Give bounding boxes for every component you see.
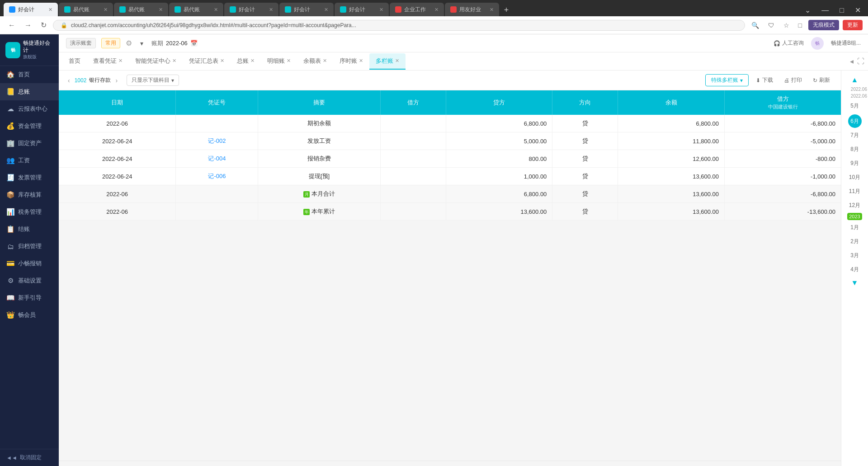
tab-close-icon[interactable]: ✕: [48, 7, 52, 13]
tab-close-icon[interactable]: ✕: [214, 7, 218, 13]
fixed-assets-icon: 🏢: [6, 139, 14, 147]
new-tab-button[interactable]: +: [500, 4, 513, 16]
voucher-link[interactable]: 记-002: [208, 137, 226, 144]
tab-close-icon[interactable]: ✕: [324, 7, 328, 13]
tab-general-ledger-close[interactable]: ✕: [250, 58, 255, 64]
tab-chronological[interactable]: 序时账 ✕: [333, 53, 369, 70]
tab-haokuaiji-2[interactable]: 好会计 ✕: [224, 3, 278, 16]
consult-button[interactable]: 🎧 人工咨询: [774, 39, 804, 47]
tab-multi-column-close[interactable]: ✕: [395, 58, 399, 64]
tab-yidaizhang-1[interactable]: 易代账 ✕: [59, 3, 113, 16]
sidebar-item-closing[interactable]: 📋 结账: [0, 221, 59, 238]
tab-balance-close[interactable]: ✕: [323, 58, 327, 64]
prev-account-button[interactable]: ‹: [66, 76, 72, 85]
sidebar-item-ledger[interactable]: 📒 总账: [0, 83, 59, 100]
month-3-2023[interactable]: 3月: [845, 249, 865, 262]
shield-icon[interactable]: 🛡: [765, 20, 777, 31]
month-10[interactable]: 10月: [845, 171, 865, 184]
calendar-icon[interactable]: 📅: [190, 40, 198, 47]
tab-balance[interactable]: 余额表 ✕: [297, 53, 333, 70]
no-trace-button[interactable]: 无痕模式: [808, 20, 839, 30]
tab-yidaizhang-3[interactable]: 易代账 ✕: [169, 3, 223, 16]
sidebar-item-cloud-reports[interactable]: ☁ 云报表中心: [0, 100, 59, 118]
month-6-active[interactable]: 6月: [848, 114, 862, 128]
minimize-icon[interactable]: ⌄: [801, 4, 814, 16]
sidebar-item-funds[interactable]: 💰 资金管理: [0, 118, 59, 135]
sidebar-item-fixed-assets[interactable]: 🏢 固定资产: [0, 135, 59, 152]
month-2-2023[interactable]: 2月: [845, 235, 865, 248]
month-4-2023[interactable]: 4月: [845, 263, 865, 276]
tab-general-ledger[interactable]: 总账 ✕: [231, 53, 261, 70]
refresh-button[interactable]: ↻: [38, 19, 49, 31]
tab-haokuaiji-active[interactable]: 好会计 ✕: [4, 3, 58, 16]
sidebar-item-expense[interactable]: 💳 小畅报销: [0, 255, 59, 272]
tab-close-icon[interactable]: ✕: [269, 7, 273, 13]
tab-detail-ledger[interactable]: 明细账 ✕: [261, 53, 297, 70]
voucher-link[interactable]: 记-006: [208, 173, 226, 179]
sidebar-item-invoice[interactable]: 🧾 发票管理: [0, 169, 59, 186]
tab-home[interactable]: 首页: [62, 53, 87, 70]
tab-smart-voucher[interactable]: 智能凭证中心 ✕: [129, 53, 183, 70]
dropdown-icon[interactable]: ▾: [137, 38, 146, 49]
month-9[interactable]: 9月: [845, 157, 865, 170]
month-8[interactable]: 8月: [845, 143, 865, 156]
tab-close-icon[interactable]: ✕: [490, 7, 494, 13]
collapse-right-icon[interactable]: ◂: [850, 57, 854, 66]
sidebar-item-inventory[interactable]: 📦 库存核算: [0, 186, 59, 203]
close-window-icon[interactable]: ✕: [851, 4, 864, 16]
sidebar-item-settings[interactable]: ⚙ 基础设置: [0, 272, 59, 289]
tab-smart-voucher-close[interactable]: ✕: [172, 58, 176, 64]
download-button[interactable]: ⬇ 下载: [752, 75, 777, 86]
tab-detail-ledger-close[interactable]: ✕: [287, 58, 291, 64]
month-12[interactable]: 12月: [845, 199, 865, 212]
tab-voucher-summary[interactable]: 凭证汇总表 ✕: [183, 53, 231, 70]
star-icon[interactable]: ☆: [781, 20, 792, 31]
tab-haokuaiji-4[interactable]: 好会计 ✕: [335, 3, 389, 16]
forward-button[interactable]: →: [22, 19, 34, 31]
unpin-button[interactable]: ◄◄ 取消固定: [0, 449, 59, 466]
tab-yonyou[interactable]: 用友好业 ✕: [445, 3, 499, 16]
scroll-down-button[interactable]: ▼: [849, 277, 860, 289]
tab-enterprise[interactable]: 企业工作 ✕: [390, 3, 444, 16]
tab-view-voucher-close[interactable]: ✕: [118, 58, 123, 64]
update-button[interactable]: 更新: [843, 20, 863, 30]
sidebar-item-member[interactable]: 👑 畅会员: [0, 306, 59, 324]
back-button[interactable]: ←: [5, 19, 18, 31]
refresh-button[interactable]: ↻ 刷新: [809, 75, 834, 86]
url-input[interactable]: 🔒 cloud2.chanjet.com/accounting/uh26t264…: [53, 20, 745, 31]
tab-close-icon[interactable]: ✕: [434, 7, 439, 13]
settings-gear-icon[interactable]: ⚙: [126, 39, 132, 47]
sidebar-item-guide[interactable]: 📖 新手引导: [0, 289, 59, 306]
month-1-2023[interactable]: 1月: [845, 221, 865, 234]
tab-close-icon[interactable]: ✕: [104, 7, 108, 13]
tab-multi-column[interactable]: 多栏账 ✕: [369, 53, 406, 70]
month-11[interactable]: 11月: [845, 185, 865, 198]
window-restore-icon[interactable]: —: [818, 5, 832, 16]
tab-haokuaiji-3[interactable]: 好会计 ✕: [279, 3, 334, 16]
tab-close-icon[interactable]: ✕: [379, 7, 383, 13]
search-icon[interactable]: 🔍: [749, 20, 762, 31]
month-5[interactable]: 5月: [845, 99, 865, 113]
special-multi-ledger-button[interactable]: 特殊多栏账 ▾: [705, 74, 749, 86]
tab-voucher-summary-close[interactable]: ✕: [220, 58, 224, 64]
next-account-button[interactable]: ›: [113, 76, 119, 85]
sidebar-item-home[interactable]: 🏠 首页: [0, 66, 59, 83]
horizontal-scrollbar[interactable]: [59, 461, 841, 466]
month-7[interactable]: 7月: [845, 129, 865, 142]
common-badge[interactable]: 常用: [101, 38, 120, 48]
maximize-icon[interactable]: □: [836, 5, 848, 16]
tab-yidaizhang-2[interactable]: 易代账 ✕: [114, 3, 168, 16]
tab-close-icon[interactable]: ✕: [159, 7, 163, 13]
screenshot-icon[interactable]: □: [796, 20, 805, 31]
sidebar-item-salary[interactable]: 👥 工资: [0, 152, 59, 169]
print-button[interactable]: 🖨 打印: [780, 75, 806, 86]
voucher-link[interactable]: 记-004: [208, 155, 226, 162]
tab-view-voucher[interactable]: 查看凭证 ✕: [87, 53, 129, 70]
filter-dropdown[interactable]: 只显示下级科目 ▾: [127, 75, 179, 86]
tab-chronological-close[interactable]: ✕: [359, 58, 363, 64]
sidebar-item-archive[interactable]: 🗂 归档管理: [0, 238, 59, 255]
scroll-up-button[interactable]: ▲: [849, 74, 860, 86]
expand-icon[interactable]: ⛶: [857, 57, 864, 66]
sidebar-item-tax[interactable]: 📊 税务管理: [0, 203, 59, 221]
cell-date: 2022-06: [59, 203, 176, 221]
